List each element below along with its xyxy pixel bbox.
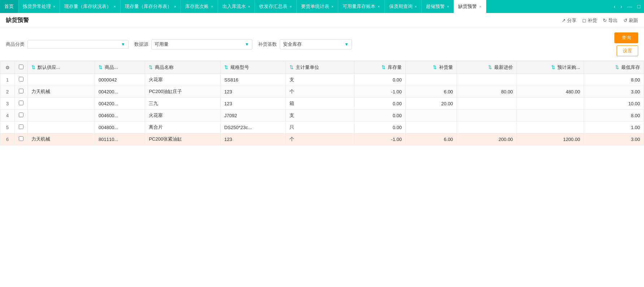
table-row[interactable]: 6 力天机械 801110... PC200张紧油缸 123 个 -1.00 6…	[0, 133, 644, 145]
replenish-select[interactable]: 安全库存 ▼	[280, 39, 352, 49]
row-checkbox-cell	[15, 86, 28, 98]
table-row[interactable]: 2 力天机械 004200... PC200油缸庄子 123 个 -1.00 6…	[0, 86, 644, 98]
page-title: 缺货预警	[6, 17, 562, 24]
query-button[interactable]: 查询	[614, 32, 638, 43]
close-icon[interactable]: ×	[378, 4, 380, 9]
row-number: 2	[0, 86, 15, 98]
row-stock: 0.00	[354, 98, 406, 110]
table-row[interactable]: 5 004800... 离合片 DS250*23c... 只 0.00 1.00	[0, 122, 644, 133]
row-est-purchase: 480.00	[517, 86, 584, 98]
main-content: 缺货预警 ↗ 分享 ◻ 补货 ↻ 导出 ↺ 刷新 商品分类	[0, 13, 644, 287]
tab-current-stock-dist[interactable]: 现存量（库存分布表） ×	[121, 0, 181, 13]
sort-icon: ⇅	[382, 65, 386, 70]
select-all-checkbox[interactable]	[19, 65, 23, 69]
row-min-stock: 8.00	[584, 110, 644, 122]
th-spec-label: 规格型号	[230, 65, 249, 70]
row-code: 004600...	[95, 110, 145, 122]
sort-icon: ⇅	[615, 65, 619, 70]
tab-available-account[interactable]: 可用量库存账本 ×	[338, 0, 384, 13]
export-button[interactable]: ↻ 导出	[603, 17, 618, 24]
row-supplier	[28, 122, 95, 133]
row-checkbox[interactable]	[19, 89, 23, 93]
gear-icon[interactable]: ⚙	[5, 65, 10, 70]
th-check	[15, 61, 28, 74]
th-min-stock: ⇅ 最低库存	[584, 61, 644, 74]
close-icon[interactable]: ×	[447, 4, 449, 9]
row-checkbox[interactable]	[19, 124, 23, 129]
tab-expiry-query[interactable]: 保质期查询 ×	[385, 0, 422, 13]
table-body: 1 0000042 火花塞 SS816 支 0.00 8.00 2 力天机械 0…	[0, 74, 644, 145]
row-stock: -1.00	[354, 86, 406, 98]
close-icon[interactable]: ×	[415, 4, 417, 9]
tab-receipt-summary[interactable]: 收发存汇总表 ×	[255, 0, 296, 13]
share-icon: ↗	[562, 18, 566, 23]
table-row[interactable]: 1 0000042 火花塞 SS816 支 0.00 8.00	[0, 74, 644, 86]
tab-shortage-warning[interactable]: 缺货预警 ×	[454, 0, 486, 13]
th-name-label: 商品名称	[155, 65, 174, 70]
chevron-down-icon: ▼	[245, 42, 249, 47]
th-supplier-label: 默认供应...	[38, 65, 60, 70]
row-unit: 个	[286, 133, 354, 145]
row-spec: 123	[221, 133, 286, 145]
close-icon[interactable]: ×	[211, 4, 213, 9]
row-checkbox[interactable]	[19, 112, 23, 117]
share-button[interactable]: ↗ 分享	[562, 17, 576, 24]
row-est-purchase	[517, 98, 584, 110]
tab-picking-exception[interactable]: 拣货异常处理 ×	[18, 0, 60, 13]
close-icon[interactable]: ×	[479, 4, 481, 9]
close-icon[interactable]: ×	[53, 4, 55, 9]
tab-batch-account[interactable]: 库存批次账 ×	[181, 0, 218, 13]
row-est-purchase	[517, 74, 584, 86]
tab-inout-flow[interactable]: 出入库流水 ×	[218, 0, 255, 13]
row-name: 火花塞	[145, 74, 221, 86]
row-number: 4	[0, 110, 15, 122]
th-unit: ⇅ 主计量单位	[286, 61, 354, 74]
row-checkbox[interactable]	[19, 101, 23, 105]
row-checkbox[interactable]	[19, 136, 23, 141]
tab-prev-icon[interactable]: ‹	[612, 2, 618, 11]
table-row[interactable]: 4 004600... 火花塞 J7092 支 0.00 8.00	[0, 110, 644, 122]
row-min-stock: 10.00	[584, 98, 644, 110]
row-checkbox[interactable]	[19, 77, 23, 81]
table-row[interactable]: 3 004200... 三九 123 箱 0.00 20.00 10.00	[0, 98, 644, 110]
th-gear: ⚙	[0, 61, 15, 74]
sort-icon: ⇅	[551, 65, 555, 70]
tab-homepage[interactable]: 首页	[0, 0, 18, 13]
settings-button[interactable]: 设置	[617, 45, 638, 56]
datasource-select[interactable]: 可用量 ▼	[151, 39, 252, 49]
tab-label: 超储预警	[426, 3, 445, 10]
replenish-icon: ◻	[582, 18, 586, 23]
tab-next-icon[interactable]: ›	[618, 2, 625, 11]
tab-current-stock-status[interactable]: 现存量（库存状况表） ×	[60, 0, 120, 13]
refresh-button[interactable]: ↺ 刷新	[623, 17, 638, 24]
th-stock: ⇅ 库存量	[354, 61, 406, 74]
close-icon[interactable]: ×	[290, 4, 292, 9]
close-icon[interactable]: ×	[113, 4, 116, 9]
row-min-stock: 3.00	[584, 86, 644, 98]
replenish-button[interactable]: ◻ 补货	[582, 17, 597, 24]
row-replenish: 6.00	[405, 133, 457, 145]
row-code: 004200...	[95, 98, 145, 110]
tab-label: 收发存汇总表	[259, 3, 287, 10]
row-code: 801110...	[95, 133, 145, 145]
export-icon: ↻	[603, 18, 607, 23]
tab-minimize-icon[interactable]: —	[625, 2, 635, 11]
category-filter-label: 商品分类	[6, 41, 25, 48]
category-select[interactable]: ▼	[27, 40, 129, 49]
row-supplier	[28, 74, 95, 86]
close-icon[interactable]: ×	[331, 4, 334, 9]
sort-icon: ⇅	[290, 65, 293, 70]
tab-label: 拣货异常处理	[23, 3, 51, 10]
th-latest-price: ⇅ 最新进价	[457, 61, 517, 74]
row-stock: 0.00	[354, 74, 406, 86]
row-est-purchase: 1200.00	[517, 133, 584, 145]
th-spec: ⇅ 规格型号	[221, 61, 286, 74]
close-icon[interactable]: ×	[174, 4, 176, 9]
tab-maximize-icon[interactable]: □	[635, 2, 643, 11]
tab-requisition-stats[interactable]: 要货单统计表 ×	[297, 0, 338, 13]
tab-label: 现存量（库存状况表）	[64, 3, 111, 10]
tab-overstock-warning[interactable]: 超储预警 ×	[422, 0, 454, 13]
close-icon[interactable]: ×	[248, 4, 250, 9]
row-unit: 支	[286, 110, 354, 122]
row-latest-price: 80.00	[457, 86, 517, 98]
